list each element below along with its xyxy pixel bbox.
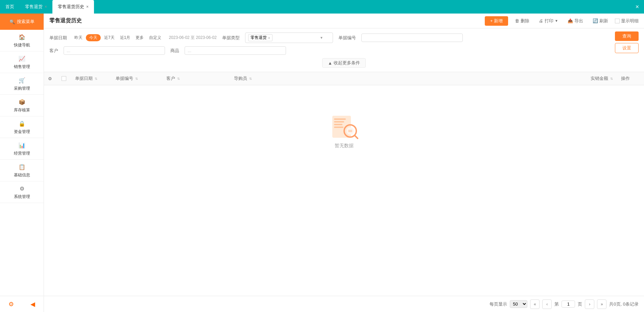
date-btn-more[interactable]: 更多 bbox=[134, 34, 146, 41]
pagination-bar: 每页显示 20 50 100 « ‹ 第 页 › » 共0页, 0条记录 bbox=[44, 296, 644, 312]
basic-info-icon: 📋 bbox=[18, 163, 26, 171]
query-button[interactable]: 查询 bbox=[615, 31, 639, 41]
tab-home[interactable]: 首页 bbox=[0, 0, 20, 14]
filter-area: 单据日期 昨天 今天 近7天 近1月 更多 自定义 2023-06-02 至 2… bbox=[44, 28, 644, 72]
svg-rect-3 bbox=[334, 124, 342, 125]
last-page-button[interactable]: » bbox=[597, 299, 606, 309]
doc-type-dropdown-arrow: ▼ bbox=[320, 36, 323, 40]
main-layout: 🔍 搜索菜单 🏠 快捷导航 📈 销售管理 🛒 采购管理 📦 库存核算 🔒 bbox=[0, 14, 644, 312]
col-no-header: 单据编号 ⇅ bbox=[112, 72, 162, 85]
refresh-icon: 🔄 bbox=[593, 18, 598, 23]
export-button[interactable]: 📤 导出 bbox=[565, 17, 586, 25]
date-btn-today[interactable]: 今天 bbox=[86, 34, 101, 41]
empty-state: 暂无数据 bbox=[44, 85, 644, 176]
page-size-select[interactable]: 20 50 100 bbox=[510, 300, 527, 308]
table-settings-icon[interactable]: ⚙ bbox=[48, 76, 52, 81]
system-icon: ⚙ bbox=[18, 184, 26, 193]
doc-type-select[interactable]: 零售退货 × ▼ bbox=[245, 32, 333, 43]
inventory-icon: 📦 bbox=[18, 98, 26, 106]
next-page-button[interactable]: › bbox=[585, 299, 594, 309]
operations-icon: 📊 bbox=[18, 141, 26, 149]
filter-row-1: 单据日期 昨天 今天 近7天 近1月 更多 自定义 2023-06-02 至 2… bbox=[49, 32, 639, 43]
show-detail-checkbox[interactable] bbox=[615, 19, 620, 23]
total-count: 共0页, 0条记录 bbox=[609, 301, 639, 307]
customer-select[interactable]: ... bbox=[64, 46, 165, 55]
sidebar-item-sales[interactable]: 📈 销售管理 bbox=[0, 51, 44, 73]
sidebar-item-operations[interactable]: 📊 经营管理 bbox=[0, 138, 44, 160]
date-quick-buttons: 昨天 今天 近7天 近1月 更多 自定义 bbox=[72, 34, 163, 41]
tab-retail-return[interactable]: 零售退货 × bbox=[20, 0, 52, 14]
setting-button[interactable]: 设置 bbox=[615, 43, 639, 53]
amount-sort-icon[interactable]: ⇅ bbox=[610, 77, 613, 81]
sidebar-bottom: ⚙ ◀ bbox=[0, 296, 44, 312]
add-button[interactable]: + 新增 bbox=[485, 16, 508, 26]
col-date-header: 单据日期 ⇅ bbox=[71, 72, 112, 85]
col-action-header: 操作 bbox=[617, 72, 644, 85]
date-btn-yesterday[interactable]: 昨天 bbox=[72, 34, 85, 41]
sidebar: 🔍 搜索菜单 🏠 快捷导航 📈 销售管理 🛒 采购管理 📦 库存核算 🔒 bbox=[0, 14, 44, 312]
export-icon: 📤 bbox=[568, 18, 573, 23]
date-range-display: 2023-06-02 至 2023-06-02 bbox=[169, 35, 216, 41]
top-bar: 首页 零售退货 × 零售退货历史 × × bbox=[0, 0, 644, 14]
customer-sort-icon[interactable]: ⇅ bbox=[177, 77, 180, 81]
sidebar-item-quick-nav[interactable]: 🏠 快捷导航 bbox=[0, 30, 44, 51]
date-btn-1month[interactable]: 近1月 bbox=[118, 34, 133, 41]
no-sort-icon[interactable]: ⇅ bbox=[135, 77, 138, 81]
empty-text: 暂无数据 bbox=[335, 143, 354, 149]
svg-rect-2 bbox=[334, 121, 344, 122]
tab-list: 首页 零售退货 × 零售退货历史 × bbox=[0, 0, 630, 14]
guide-sort-icon[interactable]: ⇅ bbox=[249, 77, 252, 81]
date-sort-icon[interactable]: ⇅ bbox=[95, 77, 97, 81]
print-dropdown-icon: ▼ bbox=[555, 19, 558, 23]
sidebar-search[interactable]: 🔍 搜索菜单 bbox=[0, 14, 44, 30]
table-select-all-checkbox[interactable] bbox=[62, 76, 66, 81]
empty-illustration bbox=[327, 112, 361, 143]
print-button[interactable]: 🖨 打印 ▼ bbox=[536, 17, 561, 25]
first-page-button[interactable]: « bbox=[530, 299, 540, 309]
tab-retail-return-history[interactable]: 零售退货历史 × bbox=[52, 0, 94, 14]
doc-type-tag: 零售退货 × bbox=[248, 34, 272, 41]
header-actions: + 新增 🗑 删除 🖨 打印 ▼ 📤 导出 🔄 刷新 bbox=[485, 16, 639, 26]
date-filter-label: 单据日期 bbox=[49, 35, 67, 41]
show-detail-toggle[interactable]: 显示明细 bbox=[615, 18, 639, 24]
quick-nav-icon: 🏠 bbox=[18, 33, 26, 41]
col-spacer bbox=[281, 72, 576, 85]
col-checkbox bbox=[57, 72, 71, 85]
page-header: 零售退货历史 + 新增 🗑 删除 🖨 打印 ▼ 📤 导出 🔄 bbox=[44, 14, 644, 28]
content-area: 零售退货历史 + 新增 🗑 删除 🖨 打印 ▼ 📤 导出 🔄 bbox=[44, 14, 644, 312]
col-settings: ⚙ bbox=[44, 72, 57, 85]
goods-select[interactable]: ... bbox=[185, 46, 286, 55]
page-title: 零售退货历史 bbox=[49, 17, 82, 24]
page-number-input[interactable] bbox=[562, 300, 575, 308]
col-customer-header: 客户 ⇅ bbox=[162, 72, 230, 85]
sidebar-item-finance[interactable]: 🔒 资金管理 bbox=[0, 116, 44, 138]
sidebar-item-system[interactable]: ⚙ 系统管理 bbox=[0, 181, 44, 203]
delete-button[interactable]: 🗑 删除 bbox=[512, 17, 532, 25]
sidebar-item-purchase[interactable]: 🛒 采购管理 bbox=[0, 73, 44, 95]
sidebar-nav: 🏠 快捷导航 📈 销售管理 🛒 采购管理 📦 库存核算 🔒 资金管理 📊 bbox=[0, 30, 44, 296]
date-btn-7days[interactable]: 近7天 bbox=[102, 34, 117, 41]
collapse-more-conditions[interactable]: ▲ 收起更多条件 bbox=[322, 58, 366, 68]
customer-label: 客户 bbox=[49, 48, 58, 54]
settings-bottom-icon[interactable]: ⚙ bbox=[8, 300, 14, 308]
doc-no-label: 单据编号 bbox=[338, 35, 356, 41]
window-close-button[interactable]: × bbox=[630, 0, 644, 14]
collapse-up-icon: ▲ bbox=[328, 61, 332, 66]
svg-point-6 bbox=[347, 127, 354, 135]
purchase-icon: 🛒 bbox=[18, 76, 26, 84]
data-table: ⚙ 单据日期 ⇅ 单据编号 ⇅ bbox=[44, 72, 644, 85]
doc-no-input[interactable] bbox=[361, 34, 463, 42]
prev-page-button[interactable]: ‹ bbox=[542, 299, 552, 309]
doc-type-tag-close[interactable]: × bbox=[268, 36, 270, 40]
filter-row-2: 客户 ... 商品 ... bbox=[49, 46, 639, 55]
collapse-sidebar-icon[interactable]: ◀ bbox=[30, 300, 35, 308]
tab-retail-return-close[interactable]: × bbox=[45, 4, 47, 9]
refresh-button[interactable]: 🔄 刷新 bbox=[590, 17, 611, 25]
date-btn-custom[interactable]: 自定义 bbox=[147, 34, 163, 41]
table-header-row: ⚙ 单据日期 ⇅ 单据编号 ⇅ bbox=[44, 72, 644, 85]
col-amount-header: 实销金额 ⇅ bbox=[576, 72, 617, 85]
delete-icon: 🗑 bbox=[515, 18, 519, 23]
sidebar-item-basic-info[interactable]: 📋 基础信息 bbox=[0, 160, 44, 181]
tab-retail-return-history-close[interactable]: × bbox=[86, 4, 89, 9]
sidebar-item-inventory[interactable]: 📦 库存核算 bbox=[0, 95, 44, 116]
